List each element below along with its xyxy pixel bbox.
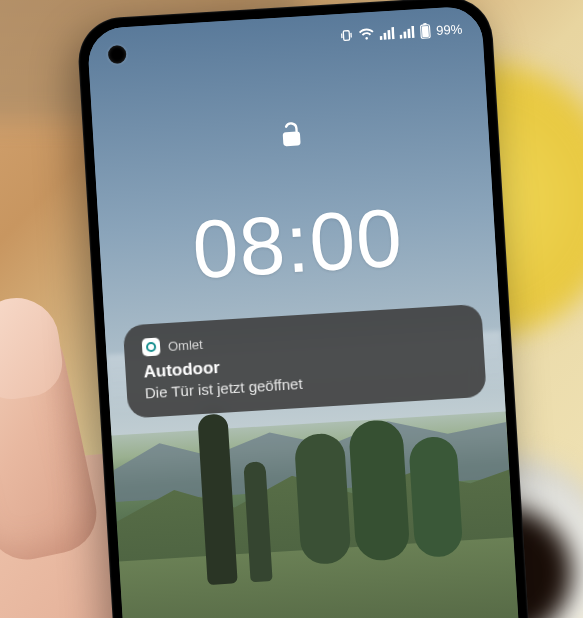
svg-rect-3	[387, 29, 390, 39]
svg-rect-12	[282, 131, 300, 146]
wifi-icon	[358, 27, 375, 42]
svg-rect-4	[391, 27, 394, 39]
svg-rect-6	[403, 31, 406, 38]
svg-rect-1	[379, 36, 382, 40]
wallpaper-tree	[293, 432, 351, 565]
svg-rect-2	[383, 32, 386, 39]
svg-rect-10	[422, 26, 429, 37]
battery-icon	[419, 22, 432, 39]
signal-icon-2	[399, 25, 415, 39]
unlock-icon[interactable]	[277, 120, 305, 154]
notification-app-name: Omlet	[168, 336, 204, 353]
svg-rect-5	[399, 34, 402, 38]
wallpaper-tree	[408, 435, 463, 558]
smartphone-frame: 99% 08:00 Omlet Autodoor Die Tür ist jet…	[76, 0, 537, 618]
omlet-app-icon	[142, 337, 161, 356]
battery-percentage: 99%	[436, 21, 463, 38]
svg-rect-11	[423, 23, 427, 25]
vibrate-icon	[339, 28, 354, 43]
svg-rect-8	[411, 25, 414, 37]
signal-icon	[379, 26, 395, 40]
wallpaper-tree	[348, 418, 410, 561]
phone-screen[interactable]: 99% 08:00 Omlet Autodoor Die Tür ist jet…	[87, 5, 526, 618]
svg-rect-7	[407, 28, 410, 38]
svg-rect-0	[343, 31, 349, 41]
